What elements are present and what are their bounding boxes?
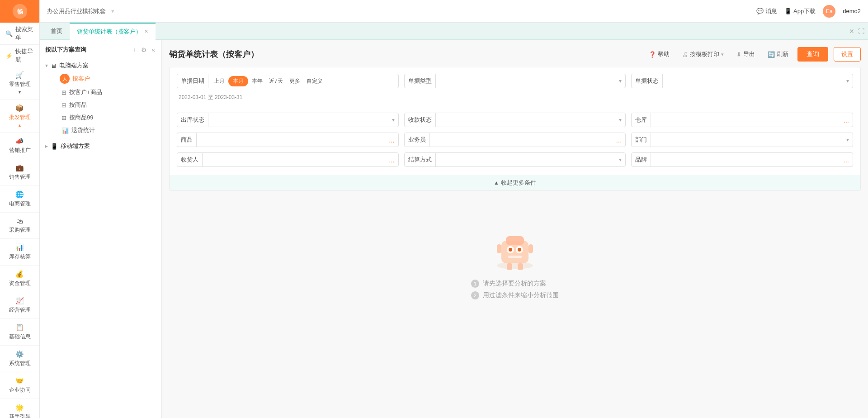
filter-inner: 单据日期 上月 本月 本年 近7天 更多 自定义 xyxy=(170,67,860,175)
collapse-filter-button[interactable]: ▲ 收起更多条件 xyxy=(170,175,860,190)
salesperson-label: 业务员 xyxy=(405,133,430,147)
tree-group-header-mobile[interactable]: ▸ 📱 移动端方案 xyxy=(45,140,156,152)
sidebar-item-enterprise[interactable]: 🤝 企业协同 xyxy=(0,372,39,399)
collapse-panel-button[interactable]: « xyxy=(151,45,156,54)
refresh-button[interactable]: 🔄 刷新 xyxy=(764,48,792,60)
quick-nav[interactable]: ⚡ 快捷导航 xyxy=(0,45,39,66)
delivery-field[interactable]: 出库状态 ▾ xyxy=(177,113,399,127)
inventory-icon: 📊 xyxy=(15,243,24,252)
settlement-field[interactable]: 结算方式 ▾ xyxy=(404,152,626,167)
tab-maximize-button[interactable]: ⛶ xyxy=(858,28,864,35)
salesperson-dots-icon[interactable]: ... xyxy=(613,136,626,144)
search-menu[interactable]: 🔍 搜索菜单 xyxy=(0,23,39,45)
date-btn-more[interactable]: 更多 xyxy=(287,76,303,86)
sidebar-item-basic[interactable]: 📋 基础信息 xyxy=(0,319,39,346)
sidebar-item-marketing[interactable]: 📣 营销推广 xyxy=(0,133,39,159)
tab-home[interactable]: 首页 xyxy=(43,23,70,40)
date-btn-last-month[interactable]: 上月 xyxy=(211,76,227,86)
avatar[interactable]: Ea xyxy=(823,5,835,18)
date-range-text: 2023-03-01 至 2023-03-31 xyxy=(179,94,242,101)
product-label: 商品 xyxy=(177,133,197,147)
sidebar-menu: 🛒 零售管理 ▾ 📦 批发管理 ▴ 📣 营销推广 💼 销售管理 🌐 电商管理 🛍… xyxy=(0,66,39,418)
brand-dots-icon[interactable]: ... xyxy=(840,156,853,164)
date-btn-this-year[interactable]: 本年 xyxy=(249,76,265,86)
brand-field[interactable]: 品牌 ... xyxy=(631,152,853,167)
payment-field[interactable]: 收款状态 ▾ xyxy=(404,113,626,127)
search-label: 搜索菜单 xyxy=(15,25,34,42)
query-button[interactable]: 查询 xyxy=(797,47,828,62)
tree-group-mobile: ▸ 📱 移动端方案 xyxy=(40,138,161,154)
empty-tip-2: 2 用过滤条件来缩小分析范围 xyxy=(471,291,559,299)
tree-item-by-customer[interactable]: 人 按客户 xyxy=(45,71,156,86)
customer-product-icon: ⊞ xyxy=(61,89,66,96)
warehouse-dots-icon[interactable]: ... xyxy=(840,116,853,124)
department-arrow-icon[interactable]: ▾ xyxy=(843,137,853,143)
tree-item-return-stat[interactable]: 📊 退货统计 xyxy=(45,124,156,137)
operation-icon: 📈 xyxy=(15,297,24,305)
left-panel-title: 按以下方案查询 xyxy=(45,46,86,54)
app-download-button[interactable]: 📱 App下载 xyxy=(784,7,816,15)
salesperson-field[interactable]: 业务员 ... xyxy=(404,133,626,147)
print-button[interactable]: 🖨 按模板打印 ▾ xyxy=(679,48,727,60)
sidebar-item-purchase[interactable]: 🛍 采购管理 xyxy=(0,213,39,239)
sidebar-item-inventory[interactable]: 📊 库存核算 xyxy=(0,239,39,266)
add-plan-button[interactable]: + xyxy=(132,45,137,54)
doc-type-field[interactable]: 单据类型 ▾ xyxy=(404,74,626,88)
refresh-icon: 🔄 xyxy=(768,51,775,58)
tabbar: 首页 销货单统计表（按客户） ✕ ✕ ⛶ xyxy=(40,23,868,40)
tree-item-by-product[interactable]: ⊞ 按商品 xyxy=(45,99,156,111)
page-title: 销货单统计表（按客户） xyxy=(169,49,259,60)
doc-status-arrow-icon[interactable]: ▾ xyxy=(843,78,853,84)
logo-icon: 畅 xyxy=(12,3,28,19)
retail-icon: 🛒 xyxy=(15,71,24,79)
sidebar-item-retail[interactable]: 🛒 零售管理 ▾ xyxy=(0,66,39,100)
sidebar-item-label: 零售管理 xyxy=(9,81,31,88)
date-btn-7days[interactable]: 近7天 xyxy=(266,76,286,86)
export-button[interactable]: ⬇ 导出 xyxy=(733,48,759,60)
sidebar-item-operation[interactable]: 📈 经营管理 xyxy=(0,292,39,319)
settlement-arrow-icon[interactable]: ▾ xyxy=(615,157,625,163)
receiver-dots-icon[interactable]: ... xyxy=(385,156,398,164)
product-dots-icon[interactable]: ... xyxy=(385,136,398,144)
date-field[interactable]: 单据日期 上月 本月 本年 近7天 更多 自定义 xyxy=(177,74,399,88)
delivery-arrow-icon[interactable]: ▾ xyxy=(388,117,398,123)
tree-group-header-desktop[interactable]: ▾ 🖥 电脑端方案 xyxy=(45,60,156,71)
basic-icon: 📋 xyxy=(15,323,24,332)
tab-sales-stat[interactable]: 销货单统计表（按客户） ✕ xyxy=(70,23,156,40)
tree-item-by-customer-product[interactable]: ⊞ 按客户+商品 xyxy=(45,86,156,99)
mobile-icon: 📱 xyxy=(51,143,58,150)
doc-type-label: 单据类型 xyxy=(405,74,436,88)
sidebar-item-system[interactable]: ⚙️ 系统管理 xyxy=(0,346,39,372)
sidebar-item-finance[interactable]: 💰 资金管理 xyxy=(0,266,39,292)
doc-type-arrow-icon[interactable]: ▾ xyxy=(615,78,625,84)
tip-text-2: 用过滤条件来缩小分析范围 xyxy=(483,291,559,299)
sidebar-item-label: 新手引导 xyxy=(9,413,31,418)
active-indicator: 人 xyxy=(60,74,70,84)
purchase-icon: 🛍 xyxy=(16,217,23,225)
sidebar-item-ecommerce[interactable]: 🌐 电商管理 xyxy=(0,186,39,213)
department-field[interactable]: 部门 ▾ xyxy=(631,133,853,147)
app-logo: 畅 xyxy=(0,0,39,23)
tab-close-icon[interactable]: ✕ xyxy=(144,28,148,34)
payment-arrow-icon[interactable]: ▾ xyxy=(615,117,625,123)
settings-plan-button[interactable]: ⚙ xyxy=(140,45,148,54)
receiver-field[interactable]: 收货人 ... xyxy=(177,152,399,167)
left-panel: 按以下方案查询 + ⚙ « ▾ 🖥 电脑端方案 人 按客户 xyxy=(40,40,162,418)
product-field[interactable]: 商品 ... xyxy=(177,133,399,147)
help-icon: ❓ xyxy=(649,51,656,58)
sidebar-item-wholesale[interactable]: 📦 批发管理 ▴ xyxy=(0,100,39,133)
tab-close-button[interactable]: ✕ xyxy=(849,28,854,35)
settings-button[interactable]: 设置 xyxy=(834,47,861,62)
date-btn-custom[interactable]: 自定义 xyxy=(304,76,326,86)
help-button[interactable]: ❓ 帮助 xyxy=(645,48,673,60)
message-label: 消息 xyxy=(765,7,777,15)
doc-status-field[interactable]: 单据状态 ▾ xyxy=(631,74,853,88)
tree-item-label: 按商品99 xyxy=(69,114,93,122)
date-btn-this-month[interactable]: 本月 xyxy=(228,76,248,86)
tree-item-by-product99[interactable]: ⊞ 按商品99 xyxy=(45,111,156,124)
sidebar-item-sales[interactable]: 💼 销售管理 xyxy=(0,159,39,186)
collapse-label: 收起更多条件 xyxy=(501,179,536,187)
message-button[interactable]: 💬 消息 xyxy=(756,7,777,15)
sidebar-item-newbie[interactable]: 🌟 新手引导 xyxy=(0,399,39,418)
warehouse-field[interactable]: 仓库 ... xyxy=(631,113,853,127)
